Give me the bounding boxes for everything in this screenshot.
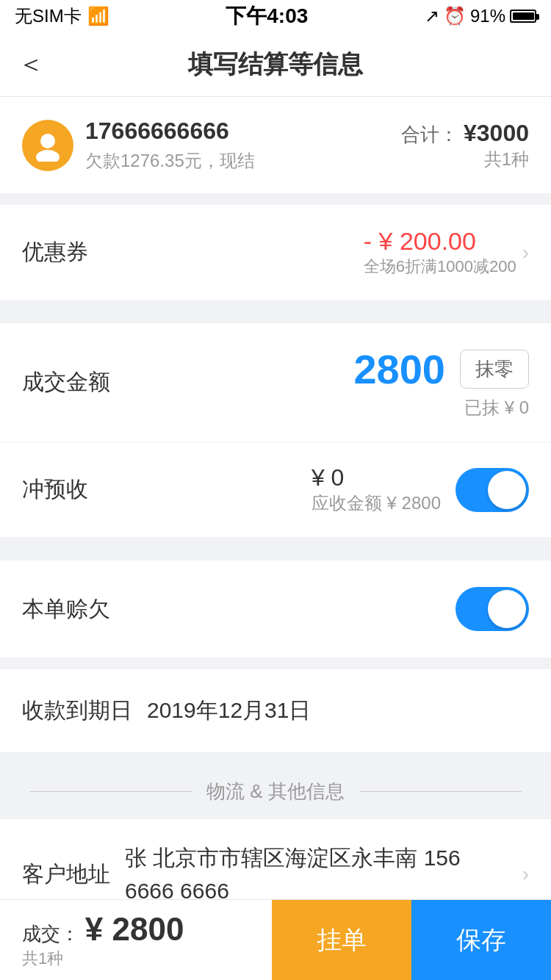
status-bar: 无SIM卡 📶 下午4:03 ↗ ⏰ 91% [0,0,551,32]
coupon-label: 优惠券 [22,237,88,267]
total-label: 合计： ¥3000 [401,120,529,148]
address-value: 张 北京市市辖区海淀区永丰南 156 6666 6666 [125,841,514,907]
user-left: 17666666666 欠款1276.35元，现结 [22,118,255,173]
bottom-count: 共1种 [22,948,250,970]
logistics-label: 物流 & 其他信息 [206,779,345,804]
divider-line-left [29,791,192,792]
total-count: 共1种 [401,148,529,171]
content: 17666666666 欠款1276.35元，现结 合计： ¥3000 共1种 … [0,97,551,980]
sim-status: 无SIM卡 [15,4,82,28]
due-date-value: 2019年12月31日 [147,696,311,726]
user-phone: 17666666666 [85,118,255,145]
battery-percent: 91% [470,6,505,26]
total-amount: ¥3000 [464,120,529,146]
status-left: 无SIM卡 📶 [15,4,109,28]
debt-label: 本单赊欠 [22,594,110,624]
deal-amount-row: 成交金额 2800 抹零 已抹 ¥ 0 [0,323,551,442]
alarm-icon: ⏰ [444,6,466,26]
deal-amount-sub: 已抹 ¥ 0 [353,396,529,419]
debt-row: 本单赊欠 [0,561,551,657]
hang-button[interactable]: 挂单 [272,900,411,980]
page-title: 填写结算等信息 [188,48,363,82]
coupon-row[interactable]: 优惠券 - ¥ 200.00 全场6折满1000减200 › [0,205,551,300]
address-label: 客户地址 [22,860,110,890]
bottom-deal-amount: ¥ 2800 [85,911,184,947]
wifi-icon: 📶 [87,6,109,26]
bottom-actions: 挂单 保存 [272,900,551,980]
status-right: ↗ ⏰ 91% [425,6,536,26]
due-date-label: 收款到期日 [22,696,132,726]
logistics-divider: 物流 & 其他信息 [0,764,551,819]
coupon-discount: - ¥ 200.00 [364,227,476,255]
due-date-section: 收款到期日 2019年12月31日 [0,669,551,752]
due-date-row: 收款到期日 2019年12月31日 [0,669,551,752]
round-button[interactable]: 抹零 [460,350,529,389]
avatar [22,120,73,171]
svg-point-0 [40,134,55,148]
nav-bar: ＜ 填写结算等信息 [0,32,551,97]
prereceive-label: 冲预收 [22,475,88,505]
back-icon: ＜ [18,48,44,79]
user-info: 17666666666 欠款1276.35元，现结 [85,118,255,173]
deal-amount-right: 2800 抹零 已抹 ¥ 0 [353,345,529,419]
bottom-total: 成交： ¥ 2800 共1种 [0,911,272,970]
address-chevron-icon: › [522,862,529,886]
deal-amount-label: 成交金额 [22,367,110,397]
section-divider-1 [0,311,551,323]
avatar-icon [32,129,64,162]
prereceive-toggle[interactable] [455,468,529,512]
coupon-description: 全场6折满1000减200 [364,256,516,278]
bottom-bar: 成交： ¥ 2800 共1种 挂单 保存 [0,899,551,980]
coupon-right: - ¥ 200.00 全场6折满1000减200 › [364,227,529,278]
deal-amount-value: 2800 [353,345,445,393]
prereceive-row: 冲预收 ¥ 0 应收金额 ¥ 2800 [0,442,551,537]
bottom-deal-label: 成交： [22,923,79,945]
user-debt: 欠款1276.35元，现结 [85,149,255,173]
user-card: 17666666666 欠款1276.35元，现结 合计： ¥3000 共1种 [0,97,551,193]
section-divider-2 [0,549,551,561]
prereceive-desc: 应收金额 ¥ 2800 [311,491,441,515]
back-button[interactable]: ＜ [18,46,44,82]
svg-point-1 [36,150,60,162]
chevron-right-icon: › [522,241,529,264]
user-right: 合计： ¥3000 共1种 [401,120,529,171]
location-icon: ↗ [425,6,439,26]
battery-icon [510,10,536,23]
debt-toggle[interactable] [455,587,529,631]
prereceive-amount: ¥ 0 [311,464,441,491]
divider-line-right [359,791,522,792]
deal-amount-section: 成交金额 2800 抹零 已抹 ¥ 0 冲预收 ¥ 0 应收金额 ¥ 2800 [0,323,551,537]
debt-section: 本单赊欠 [0,561,551,657]
save-button[interactable]: 保存 [411,900,551,980]
prereceive-right: ¥ 0 应收金额 ¥ 2800 [311,464,529,515]
status-time: 下午4:03 [226,2,308,30]
